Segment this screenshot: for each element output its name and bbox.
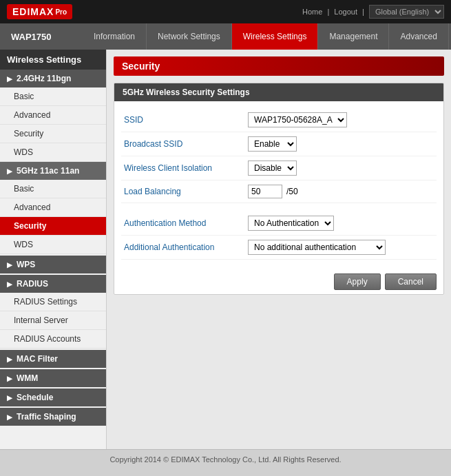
row-load-balancing: Load Balancing /50	[121, 180, 437, 203]
select-additional-auth[interactable]: No additional authentication	[248, 240, 386, 255]
arrow-mac-filter: ▶	[7, 355, 12, 363]
value-auth-method: No Authentication WEP WPA-Personal WPA-E…	[248, 216, 434, 231]
row-additional-auth: Additional Authentication No additional …	[121, 236, 437, 260]
sidebar-section-24ghz-label: 2.4GHz 11bgn	[17, 74, 71, 83]
sidebar-section-schedule-label: Schedule	[17, 393, 53, 402]
arrow-wmm: ▶	[7, 375, 12, 382]
nav-tabs: Information Network Settings Wireless Se…	[83, 23, 451, 50]
label-ssid: SSID	[124, 115, 248, 125]
sidebar-item-radius-settings[interactable]: RADIUS Settings	[0, 293, 106, 311]
sidebar-section-traffic-shaping[interactable]: ▶ Traffic Shaping	[0, 408, 106, 426]
select-ssid[interactable]: WAP1750-05628A_A	[248, 112, 347, 127]
arrow-traffic-shaping: ▶	[7, 413, 12, 421]
sidebar-item-24-advanced[interactable]: Advanced	[0, 106, 106, 125]
sidebar-section-schedule[interactable]: ▶ Schedule	[0, 389, 106, 406]
tab-information[interactable]: Information	[83, 23, 147, 50]
sidebar-section-mac-filter-label: MAC Filter	[17, 354, 58, 364]
sidebar-section-5ghz[interactable]: ▶ 5GHz 11ac 11an	[0, 162, 106, 180]
logo-box: EDIMAX Pro	[7, 4, 72, 19]
logout-link[interactable]: Logout	[334, 8, 357, 16]
sidebar-section-24ghz[interactable]: ▶ 2.4GHz 11bgn	[0, 70, 106, 87]
tab-wireless-settings[interactable]: Wireless Settings	[232, 23, 319, 50]
label-broadcast-ssid: Broadcast SSID	[124, 139, 248, 149]
select-auth-method[interactable]: No Authentication WEP WPA-Personal WPA-E…	[248, 216, 334, 231]
sidebar-section-traffic-shaping-label: Traffic Shaping	[17, 412, 76, 422]
row-broadcast-ssid: Broadcast SSID Enable Disable	[121, 132, 437, 156]
select-client-isolation[interactable]: Disable Enable	[248, 161, 297, 176]
sidebar-item-radius-accounts[interactable]: RADIUS Accounts	[0, 330, 106, 349]
arrow-5ghz: ▶	[7, 167, 12, 175]
sidebar-item-24-security[interactable]: Security	[0, 125, 106, 143]
sidebar: Wireless Settings ▶ 2.4GHz 11bgn Basic A…	[0, 50, 107, 449]
tab-management[interactable]: Management	[318, 23, 389, 50]
row-client-isolation: Wireless Client Isolation Disable Enable	[121, 156, 437, 180]
home-link[interactable]: Home	[302, 8, 322, 16]
value-additional-auth: No additional authentication	[248, 240, 434, 255]
sidebar-section-mac-filter[interactable]: ▶ MAC Filter	[0, 350, 106, 368]
arrow-radius: ▶	[7, 280, 12, 288]
load-balancing-suffix: /50	[286, 187, 298, 196]
sidebar-section-radius[interactable]: ▶ RADIUS	[0, 275, 106, 293]
row-auth-method: Authentication Method No Authentication …	[121, 211, 437, 236]
footer-text: Copyright 2014 © EDIMAX Technology Co., …	[109, 455, 341, 464]
sidebar-section-wmm-label: WMM	[17, 373, 38, 383]
sidebar-item-24-basic[interactable]: Basic	[0, 87, 106, 106]
sidebar-section-wps[interactable]: ▶ WPS	[0, 256, 106, 273]
sidebar-item-5-advanced[interactable]: Advanced	[0, 198, 106, 217]
sidebar-section-radius-label: RADIUS	[17, 279, 48, 289]
header-right: Home | Logout | Global (English)	[302, 5, 444, 19]
button-row: Apply Cancel	[114, 267, 443, 294]
value-broadcast-ssid: Enable Disable	[248, 136, 434, 152]
divider	[121, 203, 437, 211]
label-load-balancing: Load Balancing	[124, 187, 248, 196]
input-load-balancing[interactable]	[248, 185, 282, 198]
select-broadcast-ssid[interactable]: Enable Disable	[248, 136, 297, 152]
settings-box-header: 5GHz Wireless Security Settings	[114, 83, 443, 101]
label-auth-method: Authentication Method	[124, 218, 248, 228]
sidebar-item-5-security[interactable]: Security	[0, 217, 106, 236]
footer: Copyright 2014 © EDIMAX Technology Co., …	[0, 449, 451, 469]
logo-pro: Pro	[55, 8, 67, 16]
arrow-schedule: ▶	[7, 394, 12, 402]
sidebar-item-internal-server[interactable]: Internal Server	[0, 311, 106, 330]
logo-edimax: EDIMAX	[12, 6, 54, 17]
arrow-wps: ▶	[7, 261, 12, 269]
row-ssid: SSID WAP1750-05628A_A	[121, 108, 437, 132]
sidebar-item-5-wds[interactable]: WDS	[0, 236, 106, 254]
sidebar-section-wmm[interactable]: ▶ WMM	[0, 369, 106, 387]
label-additional-auth: Additional Authentication	[124, 242, 248, 252]
value-load-balancing: /50	[248, 185, 434, 198]
cancel-button[interactable]: Cancel	[385, 273, 437, 290]
label-client-isolation: Wireless Client Isolation	[124, 163, 248, 173]
tab-network-settings[interactable]: Network Settings	[147, 23, 232, 50]
logo-area: EDIMAX Pro	[7, 4, 72, 19]
sidebar-item-24-wds[interactable]: WDS	[0, 143, 106, 162]
language-select[interactable]: Global (English)	[369, 5, 444, 19]
header-links: Home | Logout | Global (English)	[302, 5, 444, 19]
header: EDIMAX Pro Home | Logout | Global (Engli…	[0, 0, 451, 23]
sidebar-section-wps-label: WPS	[17, 260, 35, 269]
apply-button[interactable]: Apply	[334, 273, 381, 290]
device-name: WAP1750	[0, 23, 83, 50]
navbar: WAP1750 Information Network Settings Wir…	[0, 23, 451, 50]
sidebar-item-5-basic[interactable]: Basic	[0, 180, 106, 198]
sidebar-title: Wireless Settings	[0, 50, 106, 70]
value-client-isolation: Disable Enable	[248, 161, 434, 176]
page-title: Security	[114, 56, 444, 76]
tab-advanced[interactable]: Advanced	[389, 23, 448, 50]
main-layout: Wireless Settings ▶ 2.4GHz 11bgn Basic A…	[0, 50, 451, 449]
arrow-24ghz: ▶	[7, 75, 12, 83]
content-area: Security 5GHz Wireless Security Settings…	[107, 50, 451, 449]
settings-table: SSID WAP1750-05628A_A Broadcast SSID Ena…	[114, 101, 443, 267]
value-ssid: WAP1750-05628A_A	[248, 112, 434, 127]
settings-box: 5GHz Wireless Security Settings SSID WAP…	[114, 83, 444, 295]
sidebar-section-5ghz-label: 5GHz 11ac 11an	[17, 166, 79, 176]
